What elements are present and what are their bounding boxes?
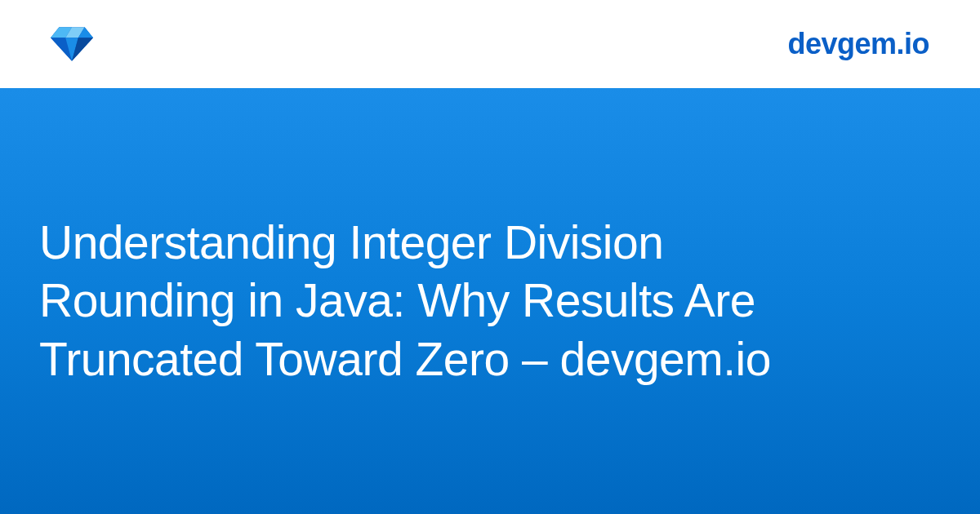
hero-section: Understanding Integer Division Rounding … [0,88,980,514]
header: devgem.io [0,0,980,88]
brand-name: devgem.io [787,27,929,61]
page-title: Understanding Integer Division Rounding … [39,214,774,388]
logo [51,26,93,62]
gem-icon [51,26,93,62]
